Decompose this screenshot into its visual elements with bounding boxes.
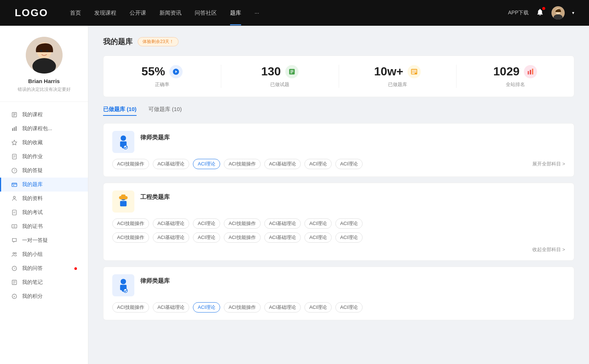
stat-accuracy-value: 55% [141,65,165,78]
qbank-2-tag-2[interactable]: ACI理论 [193,218,220,229]
user-avatar[interactable] [551,6,565,19]
qbank-2-tag-5[interactable]: ACI理论 [304,218,332,229]
tab-available[interactable]: 可做题库 (10) [148,106,182,116]
qbank-1-tag-5[interactable]: ACI理论 [304,159,332,169]
qbank-2-tag-1[interactable]: ACI基础理论 [153,218,190,229]
qbank-title-3: 律师类题库 [140,274,170,285]
svg-point-31 [13,253,14,254]
qbank-1-tag-6[interactable]: ACI理论 [335,159,363,169]
qbank-3-tag-1[interactable]: ACI基础理论 [153,302,190,313]
stat-banks-value: 10w+ [374,65,403,78]
sidebar-one-on-one-label: 一对一答疑 [22,237,77,244]
qbank-1-expand[interactable]: 展开全部科目 > [532,161,565,167]
sidebar-answers-label: 我的答疑 [22,167,77,174]
qbank-1-tag-4[interactable]: ACI基础理论 [264,159,301,169]
qbank-2-tag-0[interactable]: ACI技能操作 [112,218,149,229]
qbank-1-tag-1[interactable]: ACI基础理论 [153,159,190,169]
nav-qa[interactable]: 问答社区 [195,10,217,17]
sidebar-group-label: 我的小组 [22,251,77,258]
sidebar: Brian Harris 错误的决定比没有决定要好 我的课程 我的课程包... [0,26,88,364]
svg-point-60 [121,279,126,284]
qbank-3-tag-4[interactable]: ACI基础理论 [264,302,301,313]
task-icon [11,153,18,160]
qbank-3-tag-5[interactable]: ACI理论 [304,302,332,313]
qbank-2-tag-6[interactable]: ACI理论 [335,218,363,229]
qbank-3-tag-2[interactable]: ACI理论 [193,302,220,313]
sidebar-item-one-on-one[interactable]: 一对一答疑 [0,233,88,247]
sidebar-item-group[interactable]: 我的小组 [0,247,88,261]
qbank-2-tags-row1: ACI技能操作 ACI基础理论 ACI理论 ACI技能操作 ACI基础理论 AC… [112,218,565,229]
stat-accuracy-label: 正确率 [111,81,214,88]
qbank-1-tag-2[interactable]: ACI理论 [193,159,220,169]
qa-icon: ? [11,265,18,272]
qbank-3-tag-0[interactable]: ACI技能操作 [112,302,149,313]
svg-text:?: ? [14,169,15,172]
nav-bank[interactable]: 题库 [230,10,241,17]
qbank-1-tag-3[interactable]: ACI技能操作 [224,159,261,169]
svg-rect-29 [12,225,17,228]
logo: LOGO [15,7,48,19]
sidebar-notes-label: 我的笔记 [22,279,77,286]
sidebar-item-profile[interactable]: 我的资料 [0,192,88,206]
doc-icon [11,111,18,118]
qbank-2-tag-r2-5[interactable]: ACI理论 [304,232,332,243]
user-name: Brian Harris [7,78,81,84]
svg-rect-47 [412,71,417,72]
sidebar-item-course-pack[interactable]: 我的课程包... [0,122,88,136]
nav-discover[interactable]: 发现课程 [94,10,116,17]
profile-avatar [26,37,63,74]
sidebar-item-points[interactable]: ¥ 我的积分 [0,289,88,303]
qa-notification-dot [74,267,77,270]
svg-point-5 [32,58,56,74]
svg-marker-15 [12,140,17,145]
nav-news[interactable]: 新闻资讯 [159,10,181,17]
sidebar-item-certificate[interactable]: 我的证书 [0,220,88,233]
nav-home[interactable]: 首页 [70,10,81,17]
qbank-2-collapse-btn[interactable]: 收起全部科目 > [532,246,565,253]
qbank-2-tag-r2-0[interactable]: ACI技能操作 [112,232,149,243]
accuracy-icon [169,65,183,78]
trial-badge: 体验剩余23天！ [138,37,179,46]
sidebar-item-homework[interactable]: 我的作业 [0,150,88,164]
user-menu-chevron[interactable]: ▾ [572,10,574,15]
sidebar-item-exams[interactable]: 我的考试 [0,206,88,220]
sidebar-item-courses[interactable]: 我的课程 [0,108,88,122]
sidebar-profile: Brian Harris 错误的决定比没有决定要好 [0,37,88,102]
qbank-2-tag-r2-1[interactable]: ACI基础理论 [153,232,190,243]
sidebar-item-qa[interactable]: ? 我的问答 [0,261,88,275]
sidebar-item-answers[interactable]: ? 我的答疑 [0,164,88,178]
qbank-1-tag-0[interactable]: ACI技能操作 [112,159,149,169]
sidebar-item-notes[interactable]: 我的笔记 [0,275,88,289]
qbank-card-3-header: 律师类题库 [112,274,565,296]
tab-done[interactable]: 已做题库 (10) [103,106,137,116]
nav-more[interactable]: ··· [254,10,259,17]
sidebar-item-favorites[interactable]: 我的收藏 [0,136,88,150]
qbank-2-tag-r2-6[interactable]: ACI理论 [335,232,363,243]
qbank-2-tag-4[interactable]: ACI基础理论 [264,218,301,229]
star-icon [11,139,18,146]
qbank-2-tag-r2-4[interactable]: ACI基础理论 [264,232,301,243]
stat-ranking-top: 1029 [464,65,567,78]
qbank-2-tag-r2-2[interactable]: ACI理论 [193,232,220,243]
sidebar-item-bank[interactable]: 我的题库 [0,178,88,192]
app-download-button[interactable]: APP下载 [508,10,529,16]
notification-bell[interactable] [536,8,544,18]
qbank-3-tag-6[interactable]: ACI理论 [335,302,363,313]
qbank-card-lawyer-1: 律师类题库 ACI技能操作 ACI基础理论 ACI理论 ACI技能操作 ACI基… [103,123,574,177]
note-icon [11,279,18,286]
svg-rect-26 [13,210,17,215]
page-header: 我的题库 体验剩余23天！ [103,37,574,47]
navbar-right: APP下载 ▾ [508,6,574,19]
qbank-engineer-icon [112,190,134,213]
svg-text:¥: ¥ [14,295,15,298]
nav-open-course[interactable]: 公开课 [130,10,146,17]
user-motto: 错误的决定比没有决定要好 [7,86,81,93]
qbank-2-tag-r2-3[interactable]: ACI技能操作 [224,232,261,243]
sidebar-favorites-label: 我的收藏 [22,139,77,146]
qbank-lawyer-icon-1 [112,131,134,153]
question-icon: ? [11,167,18,174]
qbank-3-tag-3[interactable]: ACI技能操作 [224,302,261,313]
qbank-2-collapse-row: 收起全部科目 > [112,246,565,253]
stat-questions-label: 已做试题 [229,81,331,88]
qbank-2-tag-3[interactable]: ACI技能操作 [224,218,261,229]
